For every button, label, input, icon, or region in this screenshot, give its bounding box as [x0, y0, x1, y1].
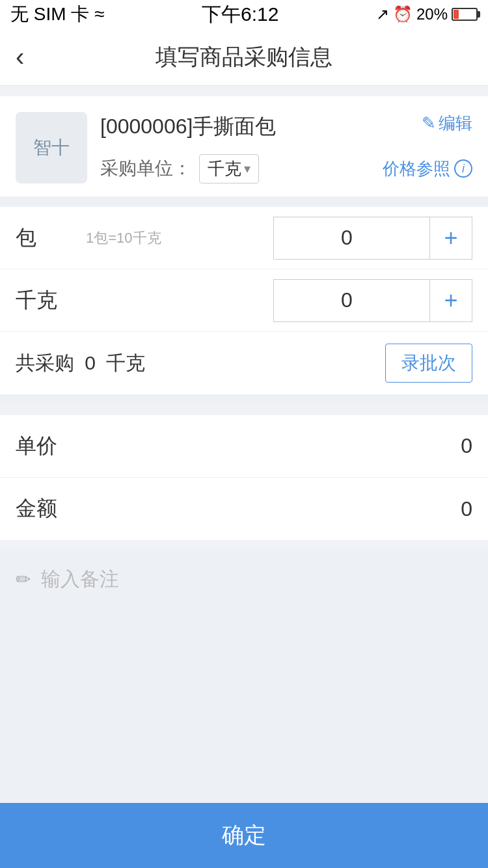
bag-input-right: +	[273, 217, 472, 260]
kg-input-right: +	[273, 279, 472, 322]
bag-plus-button[interactable]: +	[429, 217, 472, 260]
kg-plus-button[interactable]: +	[429, 279, 472, 322]
nav-bar: ‹ 填写商品采购信息	[0, 29, 488, 86]
unit-price-label: 单价	[16, 432, 57, 461]
kg-quantity-input[interactable]	[273, 279, 429, 322]
notes-placeholder: 输入备注	[41, 566, 119, 593]
divider-2	[0, 394, 488, 405]
price-ref-button[interactable]: 价格参照 i	[383, 157, 472, 180]
bag-input-row: 包 1包=10千克 +	[0, 207, 488, 269]
summary-amount: 0	[85, 352, 96, 373]
product-info: [0000006]手撕面包 ✎ 编辑 采购单位： 千克 ▾ 价格参照 i	[100, 112, 472, 183]
status-time: 下午6:12	[202, 1, 278, 28]
price-info-section: 单价 0 金额 0	[0, 415, 488, 540]
product-header: [0000006]手撕面包 ✎ 编辑	[100, 112, 472, 141]
unit-price-row: 单价 0	[0, 415, 488, 478]
status-right: ↗ ⏰ 20%	[376, 5, 478, 23]
edit-icon: ✎	[422, 113, 436, 133]
batch-button[interactable]: 录批次	[385, 344, 472, 383]
product-card: 智十 [0000006]手撕面包 ✎ 编辑 采购单位： 千克 ▾ 价格参照 i	[0, 96, 488, 197]
amount-value: 0	[461, 497, 472, 521]
status-left: 无 SIM 卡 ≈	[10, 2, 104, 27]
price-ref-label: 价格参照	[383, 157, 450, 180]
product-unit-row: 采购单位： 千克 ▾ 价格参照 i	[100, 154, 472, 183]
unit-value: 千克	[208, 157, 241, 180]
product-name: [0000006]手撕面包	[100, 112, 276, 141]
summary-prefix: 共采购	[16, 352, 74, 373]
kg-input-row: 千克 +	[0, 269, 488, 332]
location-icon: ↗	[376, 5, 389, 23]
sim-status: 无 SIM 卡 ≈	[10, 2, 104, 27]
info-icon: i	[454, 159, 472, 178]
summary-unit: 千克	[106, 352, 145, 373]
product-image: 智十	[16, 112, 87, 183]
battery-icon	[452, 8, 478, 21]
chevron-down-icon: ▾	[244, 161, 251, 176]
unit-label-text: 采购单位：	[100, 156, 191, 181]
battery-percent: 20%	[416, 5, 448, 23]
summary-row: 共采购 0 千克 录批次	[0, 332, 488, 394]
unit-select[interactable]: 千克 ▾	[199, 154, 259, 183]
confirm-button[interactable]: 确定	[0, 803, 488, 868]
input-section: 包 1包=10千克 + 千克 +	[0, 207, 488, 332]
pencil-icon: ✏	[16, 569, 31, 590]
notes-section[interactable]: ✏ 输入备注	[0, 550, 488, 608]
summary-text: 共采购 0 千克	[16, 350, 145, 377]
unit-label: 采购单位： 千克 ▾	[100, 154, 259, 183]
divider-1	[0, 197, 488, 207]
bag-quantity-input[interactable]	[273, 217, 429, 260]
kg-label: 千克	[16, 286, 81, 315]
amount-label: 金额	[16, 495, 57, 523]
edit-label: 编辑	[439, 112, 472, 135]
bag-sub-label: 1包=10千克	[86, 228, 161, 248]
amount-row: 金额 0	[0, 478, 488, 540]
background-spacer	[0, 608, 488, 803]
unit-price-value: 0	[461, 434, 472, 458]
product-image-text: 智十	[33, 135, 70, 160]
alarm-icon: ⏰	[393, 5, 413, 23]
page-title: 填写商品采购信息	[156, 42, 332, 72]
bag-label: 包	[16, 224, 81, 252]
back-button[interactable]: ‹	[16, 42, 24, 72]
edit-button[interactable]: ✎ 编辑	[422, 112, 472, 135]
status-bar: 无 SIM 卡 ≈ 下午6:12 ↗ ⏰ 20%	[0, 0, 488, 29]
